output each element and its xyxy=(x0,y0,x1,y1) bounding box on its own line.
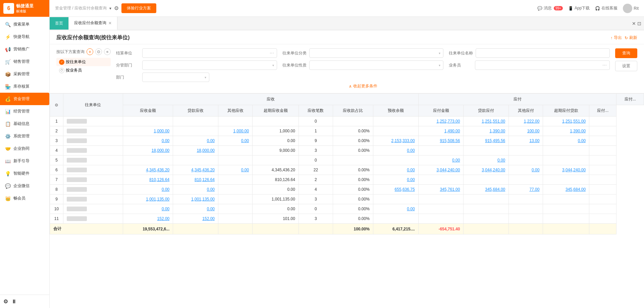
th-ar-other: 其他应收 xyxy=(218,105,253,117)
dept-arrow-icon: ▾ xyxy=(272,63,274,67)
cell-ar-prepay xyxy=(373,156,418,165)
cell-ap-loan: 345,684.00 xyxy=(464,185,509,194)
total-ar-prepay: 6,417,215.... xyxy=(373,224,418,234)
cell-index: 3 xyxy=(50,136,63,146)
tab-expand-icon[interactable]: ⊡ xyxy=(637,21,641,26)
table-row: 8 0.00 0.00 0.00 4 0.00% 655,636.75 345,… xyxy=(50,185,644,194)
cell-ap-overdue xyxy=(543,194,589,204)
dept-label: 分管部门 xyxy=(116,62,140,68)
cell-ar-amount: 152.00 xyxy=(123,214,173,224)
online-service-btn[interactable]: 🎧 在线客服 xyxy=(595,5,618,11)
settings-icon[interactable]: ⚙ xyxy=(3,298,8,305)
cell-ar-ratio: 0.00% xyxy=(333,214,373,224)
cell-ap-overdue xyxy=(543,146,589,156)
cell-ar-amount: 4,345,436.20 xyxy=(123,165,173,175)
refresh-btn[interactable]: ↻ 刷新 xyxy=(625,35,637,41)
dept-select[interactable]: ▾ xyxy=(142,60,277,70)
message-badge: 99+ xyxy=(554,6,563,10)
sidebar-item-10[interactable]: 🤝企业协同 xyxy=(0,142,49,155)
scheme-by-unit[interactable]: ✓ 按往来单位 xyxy=(56,58,111,66)
nature-arrow-icon: ▾ xyxy=(439,63,440,67)
cell-ar-loan xyxy=(173,117,218,126)
tab-home[interactable]: 首页 xyxy=(50,17,69,30)
cell-index: 4 xyxy=(50,146,63,156)
sidebar-item-12[interactable]: 💡智能硬件 xyxy=(0,167,49,180)
user-info[interactable]: Rit xyxy=(623,4,639,13)
table-settings-icon[interactable]: ⚙ xyxy=(55,103,58,107)
total-ap-loan xyxy=(464,224,509,234)
user-name: Rit xyxy=(634,6,639,11)
sidebar-icon-10: 🤝 xyxy=(5,146,11,151)
collapse-icon[interactable]: ⏸ xyxy=(11,299,17,305)
cell-unit xyxy=(63,165,123,175)
scheme-by-salesman[interactable]: ⏱ 按业务员 xyxy=(56,66,111,75)
cell-ap-loan xyxy=(464,175,509,185)
sidebar-item-14[interactable]: 👑畅会员 xyxy=(0,192,49,205)
sidebar-item-3[interactable]: 🛒销售管理 xyxy=(0,55,49,68)
sidebar-icon-5: 🏪 xyxy=(5,84,11,89)
query-btn[interactable]: 查询 xyxy=(615,48,637,58)
cell-ap-other: 13.00 xyxy=(509,136,543,146)
dept2-arrow-icon: ▾ xyxy=(205,76,206,79)
sidebar-item-0[interactable]: 🔍搜索菜单 xyxy=(0,18,49,31)
salesman-input[interactable]: ··· xyxy=(475,60,610,70)
sidebar-item-8[interactable]: 📋基础信息 xyxy=(0,118,49,130)
cell-ap-overdue: 345,684.00 xyxy=(543,185,589,194)
scheme-unit-label: 按往来单位 xyxy=(66,59,86,65)
trial-btn[interactable]: 体验行业方案 xyxy=(121,3,156,13)
category-select[interactable]: ▾ xyxy=(309,48,443,58)
tab-actions: ✕ ⊡ xyxy=(629,21,644,26)
tab-close-window-icon[interactable]: ✕ xyxy=(632,21,636,26)
total-ap-amount: -654,751.40 xyxy=(418,224,464,234)
sidebar-icon-0: 🔍 xyxy=(5,22,11,27)
name-input[interactable] xyxy=(476,48,610,58)
filter-add-btn[interactable]: + xyxy=(87,48,93,55)
th-ap-amount: 应付金额 xyxy=(418,105,464,117)
set-btn[interactable]: 设置 xyxy=(615,61,637,71)
table-row: 11 152.00 152.00 101.00 3 0.00% xyxy=(50,214,644,224)
sidebar-label-11: 新手引导 xyxy=(13,158,30,164)
cell-ap-amount xyxy=(418,204,464,214)
nature-label: 往来单位性质 xyxy=(282,62,307,68)
refresh-icon: ↻ xyxy=(625,36,628,40)
nature-select[interactable]: ▾ xyxy=(309,60,443,70)
table-row: 2 1,000.00 1,000.00 1,000.00 1 0.00% 1,4… xyxy=(50,126,644,136)
tab-close-icon[interactable]: ✕ xyxy=(108,21,112,26)
cell-index: 10 xyxy=(50,204,63,214)
collapse-btn[interactable]: ∧ 收起更多条件 xyxy=(116,83,610,89)
sidebar-item-5[interactable]: 🏪库存核算 xyxy=(0,80,49,93)
tab-ar-query[interactable]: 应收应付余额查询 ✕ xyxy=(69,17,117,30)
cell-ar-count: 22 xyxy=(299,165,333,175)
sidebar-item-1[interactable]: ⚡快捷导航 xyxy=(0,31,49,43)
topbar-dropdown-icon[interactable]: ▾ xyxy=(109,6,111,11)
sidebar-item-13[interactable]: 💬企业微信 xyxy=(0,180,49,192)
filter-scheme-label: 按以下方案查询 xyxy=(56,49,85,55)
cell-ar-amount: 0.00 xyxy=(123,136,173,146)
online-service-icon: 🎧 xyxy=(595,6,600,11)
cell-ar-prepay xyxy=(373,126,418,136)
scheme-active-icon: ✓ xyxy=(59,59,64,65)
cell-ap-amount: 915,508.56 xyxy=(418,136,464,146)
export-btn[interactable]: ↑ 导出 xyxy=(610,35,622,41)
cell-index: 5 xyxy=(50,156,63,165)
cell-ap-loan xyxy=(464,194,509,204)
cell-ap-amount xyxy=(418,146,464,156)
sidebar-item-9[interactable]: ⚙️系统管理 xyxy=(0,130,49,142)
sidebar-item-7[interactable]: 📊经营管理 xyxy=(0,105,49,118)
settlement-input[interactable]: ··· xyxy=(142,48,277,58)
filter-scheme-collapse-icon[interactable]: « xyxy=(104,48,111,55)
dept2-select[interactable]: ▾ xyxy=(142,73,209,82)
cell-index: 2 xyxy=(50,126,63,136)
message-btn[interactable]: 💬 消息 99+ xyxy=(537,5,563,11)
sidebar-item-11[interactable]: 📖新手引导 xyxy=(0,155,49,167)
tab-ar-query-label: 应收应付余额查询 xyxy=(74,20,106,26)
cell-ar-prepay: 0.00 xyxy=(373,146,418,156)
topbar-gear-icon[interactable]: ⚙ xyxy=(114,5,119,11)
app-download-btn[interactable]: 📱 App下载 xyxy=(568,5,590,11)
sidebar-item-6[interactable]: 💰资金管理 xyxy=(0,93,49,105)
logo-icon: 6 xyxy=(3,3,14,14)
filter-scheme-settings-icon[interactable]: ⊙ xyxy=(95,48,102,55)
sidebar-item-2[interactable]: 📢营销推广 xyxy=(0,43,49,55)
sidebar-item-4[interactable]: 📦采购管理 xyxy=(0,68,49,80)
cell-ar-other xyxy=(218,204,253,214)
